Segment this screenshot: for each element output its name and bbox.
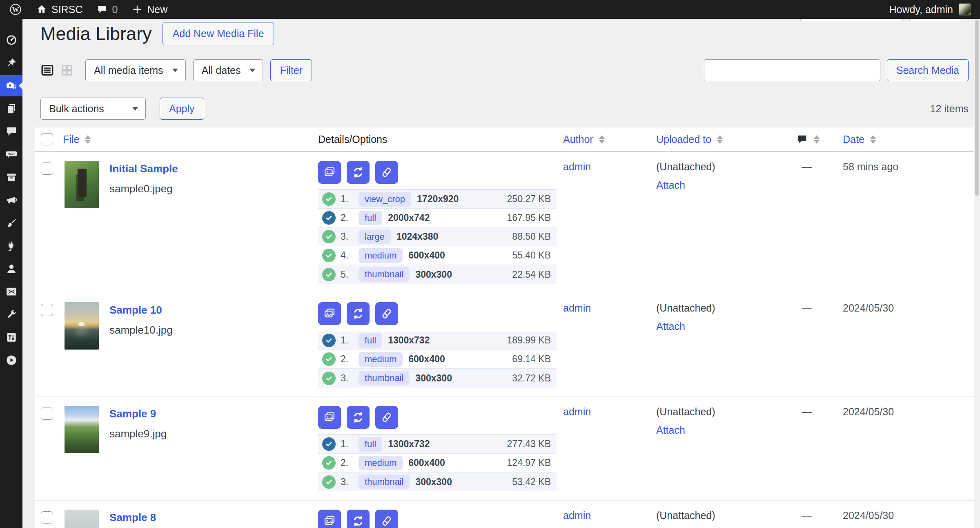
- search-input[interactable]: [704, 59, 880, 81]
- avatar[interactable]: [959, 3, 971, 16]
- site-name-link[interactable]: SIRSC: [36, 4, 82, 16]
- bulk-actions-select[interactable]: Bulk actions: [40, 98, 146, 120]
- comments-admin-link[interactable]: 0: [96, 4, 118, 16]
- size-name-badge[interactable]: full: [359, 437, 382, 452]
- comments-value: —: [792, 152, 839, 293]
- main-content: Screen Options Help Media Library Add Ne…: [22, 0, 980, 528]
- scrollbar-thumb[interactable]: [975, 20, 979, 196]
- sort-author-header[interactable]: Author: [563, 134, 593, 145]
- howdy-label: Howdy, admin: [889, 4, 953, 16]
- sidebar-item-marketing[interactable]: [0, 189, 22, 211]
- media-title-link[interactable]: Initial Sample: [109, 163, 178, 175]
- size-name-badge[interactable]: medium: [359, 248, 403, 263]
- sidebar-item-comments[interactable]: [0, 121, 22, 142]
- grid-view-icon[interactable]: [60, 63, 74, 77]
- size-name-badge[interactable]: view_crop: [359, 192, 411, 207]
- cleanup-button[interactable]: [375, 302, 398, 325]
- select-all-checkbox[interactable]: [41, 133, 53, 145]
- size-name-badge[interactable]: thumbnail: [359, 267, 410, 282]
- image-details-button[interactable]: [318, 161, 341, 184]
- add-new-media-button[interactable]: Add New Media File: [163, 22, 274, 45]
- admin-bar: W SIRSC 0 New Howdy, admin: [0, 0, 980, 19]
- size-name-badge[interactable]: thumbnail: [359, 475, 410, 489]
- cleanup-button[interactable]: [375, 510, 398, 528]
- regenerate-button[interactable]: [347, 302, 370, 325]
- cleanup-button[interactable]: [375, 161, 398, 184]
- attach-link[interactable]: Attach: [656, 321, 685, 332]
- author-link[interactable]: admin: [563, 302, 591, 314]
- attach-link[interactable]: Attach: [656, 424, 685, 436]
- image-details-button[interactable]: [318, 510, 341, 528]
- media-thumbnail[interactable]: [65, 302, 99, 350]
- sort-uploaded-to-header[interactable]: Uploaded to: [656, 134, 711, 145]
- comments-column-icon[interactable]: [796, 133, 808, 145]
- media-filename: sample0.jpeg: [109, 183, 178, 195]
- size-index: 2.: [341, 212, 353, 223]
- media-title-link[interactable]: Sample 10: [109, 304, 173, 316]
- size-name-badge[interactable]: medium: [359, 456, 403, 470]
- size-name-badge[interactable]: thumbnail: [359, 371, 410, 385]
- sidebar-item-media[interactable]: [0, 75, 22, 96]
- author-link[interactable]: admin: [563, 406, 591, 417]
- filter-button[interactable]: Filter: [270, 59, 312, 81]
- media-title-link[interactable]: Sample 8: [109, 511, 167, 524]
- sidebar-item-settings[interactable]: [0, 327, 22, 348]
- apply-button[interactable]: Apply: [160, 98, 204, 120]
- cleanup-icon: [380, 307, 393, 320]
- sidebar-item-plugins[interactable]: [0, 235, 22, 256]
- size-filesize: 277.43 KB: [507, 439, 551, 450]
- cleanup-button[interactable]: [375, 406, 398, 429]
- image-details-button[interactable]: [318, 302, 341, 325]
- regenerate-button[interactable]: [347, 161, 370, 184]
- row-checkbox[interactable]: [41, 304, 53, 316]
- sidebar-item-users[interactable]: [0, 258, 22, 279]
- media-thumbnail[interactable]: [65, 406, 99, 453]
- scrollbar[interactable]: [974, 19, 980, 528]
- regenerate-button[interactable]: [347, 510, 370, 528]
- search-media-button[interactable]: Search Media: [887, 59, 969, 81]
- sidebar-item-media-player[interactable]: [0, 350, 22, 371]
- sidebar-item-products[interactable]: [0, 167, 22, 188]
- sidebar-item-woocommerce[interactable]: Woo: [0, 144, 22, 165]
- list-view-icon[interactable]: [40, 63, 54, 77]
- author-link[interactable]: admin: [563, 510, 591, 521]
- sidebar-item-appearance[interactable]: [0, 212, 22, 234]
- row-checkbox[interactable]: [41, 408, 53, 420]
- size-name-badge[interactable]: medium: [359, 352, 403, 367]
- regenerate-button[interactable]: [347, 406, 370, 429]
- size-index: 5.: [341, 269, 353, 280]
- howdy-account-link[interactable]: Howdy, admin: [889, 4, 953, 16]
- size-name-badge[interactable]: full: [359, 333, 382, 348]
- row-checkbox[interactable]: [41, 163, 53, 175]
- author-link[interactable]: admin: [563, 161, 591, 172]
- table-header: File Details/Options Author Uploaded to …: [35, 127, 980, 151]
- plus-icon: [131, 4, 143, 15]
- attach-link[interactable]: Attach: [656, 179, 685, 191]
- appearance-icon: [5, 217, 18, 229]
- media-type-select[interactable]: All media items: [85, 59, 186, 81]
- media-thumbnail[interactable]: [65, 510, 99, 528]
- media-thumbnail[interactable]: [65, 161, 99, 208]
- new-content-link[interactable]: New: [131, 4, 167, 16]
- size-name-badge[interactable]: full: [359, 211, 382, 225]
- sort-file-header[interactable]: File: [63, 134, 79, 145]
- sidebar-item-dashboard[interactable]: [0, 29, 22, 51]
- chevron-down-icon: [172, 69, 178, 72]
- sidebar-item-sirsc[interactable]: [0, 281, 22, 302]
- sidebar-item-posts[interactable]: [0, 52, 22, 74]
- sidebar-item-tools[interactable]: [0, 304, 22, 325]
- status-ok-check-icon: [322, 192, 336, 206]
- row-checkbox[interactable]: [41, 511, 53, 524]
- wp-logo-menu[interactable]: W: [9, 3, 22, 16]
- date-filter-select[interactable]: All dates: [193, 59, 263, 81]
- new-label: New: [147, 4, 167, 16]
- size-row: 2.medium600x40069.14 KB: [318, 350, 557, 369]
- image-details-button[interactable]: [318, 406, 341, 429]
- date-value: 2024/05/30: [839, 501, 980, 528]
- bulk-actions-bar: Bulk actions Apply 12 items: [40, 98, 969, 120]
- image-details-icon: [323, 411, 336, 424]
- sidebar-item-pages[interactable]: [0, 98, 22, 119]
- size-name-badge[interactable]: large: [359, 229, 391, 244]
- sort-date-header[interactable]: Date: [843, 134, 864, 145]
- media-title-link[interactable]: Sample 9: [109, 408, 167, 420]
